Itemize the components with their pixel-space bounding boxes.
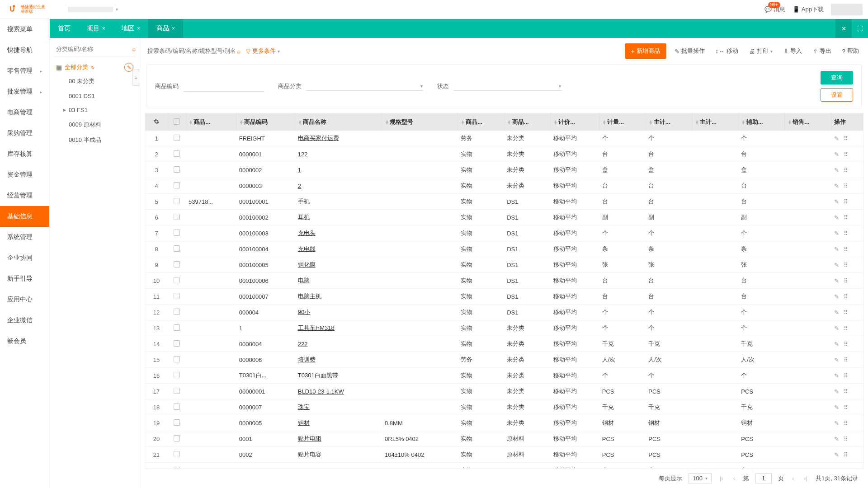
more-icon[interactable]: ⠿ [844,151,848,158]
sidebar-item[interactable]: 经营管理 [0,185,49,206]
row-checkbox[interactable] [174,245,180,252]
table-row[interactable]: 6 000100002 耳机 实物 DS1 移动平均 副 副 副 ✎⠿ [145,210,863,225]
product-name-link[interactable]: 钢材 [298,419,310,426]
more-icon[interactable]: ⠿ [844,325,848,332]
more-icon[interactable]: ⠿ [844,357,848,363]
close-all-tabs[interactable]: ✕ [835,19,852,38]
tree-node[interactable]: 0001 DS1 [53,89,136,103]
sidebar-item[interactable]: 批发管理▸ [0,81,49,102]
col-unit-main2[interactable]: ▲▼主计... [692,113,739,131]
product-name-link[interactable]: 手机 [298,198,310,205]
more-icon[interactable]: ⠿ [844,167,848,174]
row-checkbox[interactable] [174,150,180,157]
tree-node[interactable]: 0009 原材料 [53,117,136,132]
sidebar-item[interactable]: 新手引导 [0,268,49,289]
tab[interactable]: 项目× [79,19,113,38]
move-button[interactable]: ↕↔移动 [713,45,741,57]
more-icon[interactable]: ⠿ [844,214,848,221]
table-row[interactable]: 9 000100005 钢化膜 实物 DS1 移动平均 张 张 张 ✎⠿ [145,257,863,273]
more-icon[interactable]: ⠿ [844,388,848,395]
product-name-link[interactable]: 充电头 [298,230,316,236]
row-checkbox[interactable] [174,451,180,457]
row-checkbox[interactable] [174,182,180,188]
table-row[interactable]: 10 000100006 电脑 实物 DS1 移动平均 台 台 台 ✎⠿ [145,273,863,289]
row-checkbox[interactable] [174,419,180,426]
sidebar-item[interactable]: 搜索菜单 [0,19,49,40]
row-checkbox[interactable] [174,356,180,362]
table-row[interactable]: 22 ST00001 ST1.6*12 A0 实物 ST 移动平均 支 支 支 … [145,463,863,469]
edit-icon[interactable]: ✎ [834,293,839,300]
category-search-input[interactable] [56,46,132,52]
filter-category-select[interactable]: ▾ [306,82,424,91]
more-icon[interactable]: ⠿ [844,293,848,300]
more-filters[interactable]: ▽ 更多条件 ▾ [246,47,280,55]
edit-icon[interactable]: ✎ [834,167,839,174]
col-unit-main[interactable]: ▲▼主计... [646,113,692,131]
app-download-link[interactable]: 📱 App下载 [793,5,824,14]
sidebar-item[interactable]: 企业微信 [0,310,49,331]
table-row[interactable]: 20 0001 贴片电阻 0R±5% 0402 实物 原材料 移动平均 PCS … [145,431,863,447]
col-code[interactable]: ▲▼商品编码 [236,113,295,131]
more-icon[interactable]: ⠿ [844,436,848,442]
edit-icon[interactable]: ✎ [834,230,839,237]
page-last[interactable]: ›| [802,475,809,482]
import-button[interactable]: ⇩导入 [781,45,805,57]
row-checkbox[interactable] [174,340,180,347]
product-name-link[interactable]: 珠宝 [298,404,310,410]
edit-icon[interactable]: ✎ [834,451,839,458]
table-row[interactable]: 1 FREIGHT 电商买家付运费 劳务 未分类 移动平均 个 个 个 ✎⠿ [145,131,863,146]
table-row[interactable]: 14 0000004 222 实物 未分类 移动平均 千克 千克 千克 ✎⠿ [145,336,863,352]
sidebar-item[interactable]: 库存核算 [0,144,49,164]
more-icon[interactable]: ⠿ [844,183,848,189]
edit-icon[interactable]: ✎ [834,151,839,158]
tab[interactable]: 地区× [113,19,148,38]
tree-node[interactable]: 0010 半成品 [53,132,136,148]
row-checkbox[interactable] [174,214,180,220]
edit-icon[interactable]: ✎ [834,372,839,379]
more-icon[interactable]: ⠿ [844,420,848,427]
table-row[interactable]: 17 00000001 BLD10-23-1.1KW 实物 未分类 移动平均 P… [145,384,863,399]
edit-icon[interactable]: ✎ [834,388,839,395]
product-name-link[interactable]: 电脑主机 [298,293,321,300]
page-prev[interactable]: ‹ [731,475,737,482]
product-search-input[interactable] [146,46,237,56]
edit-icon[interactable]: ✎ [834,404,839,411]
category-search[interactable]: ⌕ [53,43,136,56]
product-name-link[interactable]: 电脑 [298,277,310,284]
more-icon[interactable]: ⠿ [844,404,848,411]
row-checkbox[interactable] [174,135,180,141]
tree-node[interactable]: ▶03 FS1 [53,103,136,117]
column-settings[interactable] [145,113,168,131]
edit-icon[interactable]: ✎ [834,436,839,442]
table-row[interactable]: 18 0000007 珠宝 实物 未分类 移动平均 千克 千克 千克 ✎⠿ [145,399,863,415]
table-row[interactable]: 7 000100003 充电头 实物 DS1 移动平均 个 个 个 ✎⠿ [145,225,863,241]
sidebar-item[interactable]: 企业协同 [0,248,49,268]
product-name-link[interactable]: 耳机 [298,214,310,221]
more-icon[interactable]: ⠿ [844,262,848,268]
row-checkbox[interactable] [174,198,180,204]
user-avatar[interactable] [831,4,863,15]
edit-icon[interactable]: ✎ [834,262,839,268]
product-name-link[interactable]: 工具车HM318 [298,324,335,331]
sidebar-item[interactable]: 基础信息 [0,206,49,227]
product-name-link[interactable]: 122 [298,151,308,158]
fullscreen-toggle[interactable]: ⛶ [852,19,868,38]
row-checkbox[interactable] [174,372,180,378]
col-name[interactable]: ▲▼商品名称 [295,113,382,131]
product-name-link[interactable]: 2 [298,183,301,189]
table-row[interactable]: 13 1 工具车HM318 实物 未分类 移动平均 个 个 个 ✎⠿ [145,320,863,336]
col-unit-method[interactable]: ▲▼计量... [599,113,646,131]
more-icon[interactable]: ⠿ [844,277,848,284]
row-checkbox[interactable] [174,309,180,315]
row-checkbox[interactable] [174,404,180,410]
row-checkbox[interactable] [174,293,180,299]
edit-icon[interactable]: ✎ [834,183,839,189]
collapse-tree-handle[interactable]: « [132,70,140,86]
table-row[interactable]: 12 000004 90小 实物 DS1 移动平均 个 个 个 ✎⠿ [145,305,863,320]
col-image[interactable]: ▲▼商品... [186,113,236,131]
table-row[interactable]: 4 0000003 2 实物 未分类 移动平均 台 台 台 ✎⠿ [145,178,863,194]
org-dropdown[interactable]: ▾ [63,5,123,14]
expand-icon[interactable]: ▶ [63,108,67,112]
table-row[interactable]: 3 0000002 1 实物 未分类 移动平均 盒 盒 盒 ✎⠿ [145,162,863,178]
edit-icon[interactable]: ✎ [834,246,839,253]
